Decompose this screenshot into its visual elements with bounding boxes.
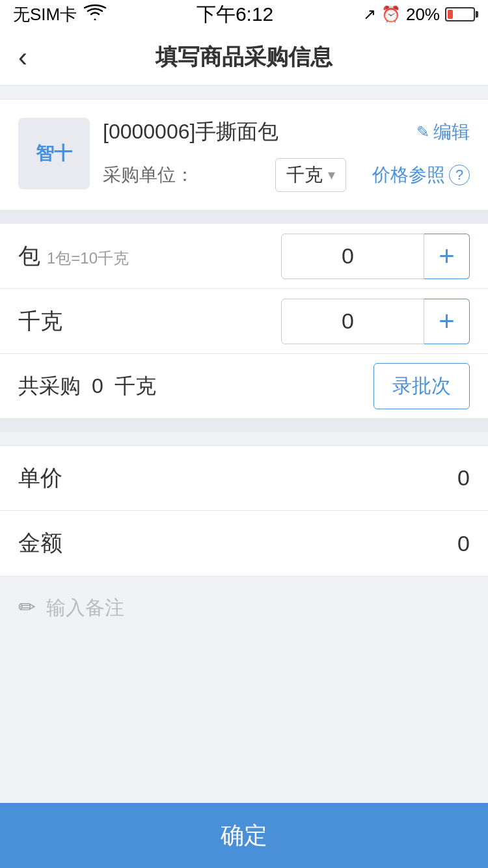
product-info: [0000006]手撕面包 ✎ 编辑 采购单位： 千克 ▾ 价格参照 ? <box>103 118 470 192</box>
alarm-icon: ⏰ <box>381 5 401 23</box>
form-section: 包 1包=10千克 + 千克 + 共采购 0 千克 录批次 <box>0 224 488 419</box>
status-bar: 无SIM卡 下午6:12 ↗ ⏰ 20% <box>0 0 488 29</box>
carrier-label: 无SIM卡 <box>13 3 77 26</box>
amount-row: 金额 0 <box>0 511 488 576</box>
package-label-sub: 1包=10千克 <box>47 248 129 269</box>
status-right: ↗ ⏰ 20% <box>363 5 475 25</box>
section-divider-2 <box>0 419 488 432</box>
package-label: 包 1包=10千克 <box>18 241 135 271</box>
unit-price-value: 0 <box>457 465 470 491</box>
edit-icon: ✎ <box>416 123 429 141</box>
battery-percent: 20% <box>406 5 440 25</box>
total-text: 共采购 0 千克 <box>18 372 156 401</box>
unit-price-row: 单价 0 <box>0 446 488 511</box>
unit-row: 采购单位： 千克 ▾ 价格参照 ? <box>103 158 470 192</box>
unit-select[interactable]: 千克 ▾ <box>275 158 346 192</box>
package-label-main: 包 <box>18 241 40 271</box>
total-label: 共采购 <box>18 374 81 398</box>
package-input-group: + <box>281 234 470 279</box>
unit-value: 千克 <box>286 163 323 187</box>
kg-label: 千克 <box>18 306 135 336</box>
package-plus-button[interactable]: + <box>424 234 470 279</box>
product-image-text: 智十 <box>36 141 72 166</box>
unit-label: 采购单位： <box>103 163 194 187</box>
page-title: 填写商品采购信息 <box>156 42 332 72</box>
dropdown-icon: ▾ <box>328 167 335 183</box>
amount-value: 0 <box>457 531 470 556</box>
note-placeholder: 输入备注 <box>46 595 124 621</box>
batch-button[interactable]: 录批次 <box>373 363 470 409</box>
total-row: 共采购 0 千克 录批次 <box>0 354 488 419</box>
confirm-button[interactable]: 确定 <box>0 803 488 868</box>
kg-plus-button[interactable]: + <box>424 299 470 344</box>
battery-icon <box>445 7 475 21</box>
section-divider-1 <box>0 211 488 224</box>
help-icon: ? <box>449 165 470 185</box>
bottom-padding <box>0 707 488 785</box>
edit-link[interactable]: ✎ 编辑 <box>416 120 470 144</box>
total-unit: 千克 <box>115 374 156 398</box>
nav-bar: ‹ 填写商品采购信息 <box>0 29 488 86</box>
kg-label-main: 千克 <box>18 306 62 336</box>
status-time: 下午6:12 <box>197 1 273 28</box>
wifi-icon <box>83 4 107 25</box>
product-name: [0000006]手撕面包 <box>103 118 278 146</box>
price-ref-label: 价格参照 <box>372 163 445 187</box>
location-icon: ↗ <box>363 5 376 23</box>
product-name-row: [0000006]手撕面包 ✎ 编辑 <box>103 118 470 146</box>
product-card: 智十 [0000006]手撕面包 ✎ 编辑 采购单位： 千克 ▾ 价格参照 ? <box>0 99 488 211</box>
back-button[interactable]: ‹ <box>18 42 27 73</box>
price-section: 单价 0 金额 0 <box>0 445 488 576</box>
price-ref-link[interactable]: 价格参照 ? <box>372 163 470 187</box>
package-input[interactable] <box>281 234 424 279</box>
amount-label: 金额 <box>18 528 62 558</box>
total-value: 0 <box>92 374 103 398</box>
product-image: 智十 <box>18 118 90 189</box>
status-left: 无SIM卡 <box>13 3 107 26</box>
pencil-icon: ✏ <box>18 595 36 619</box>
note-section[interactable]: ✏ 输入备注 <box>0 576 488 707</box>
kg-input[interactable] <box>281 299 424 344</box>
kg-input-group: + <box>281 299 470 344</box>
unit-price-label: 单价 <box>18 463 62 493</box>
kg-row: 千克 + <box>0 289 488 354</box>
edit-label: 编辑 <box>433 120 470 144</box>
package-row: 包 1包=10千克 + <box>0 224 488 289</box>
